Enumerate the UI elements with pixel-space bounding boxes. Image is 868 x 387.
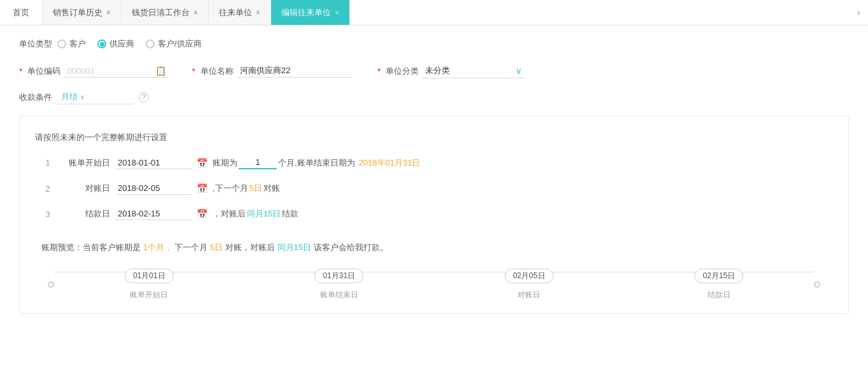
tab-home-label: 首页 [13, 7, 29, 18]
tab-sales-history-close[interactable]: × [106, 8, 111, 17]
timeline-label-4: 结款日 [708, 290, 731, 300]
timeline-badge-4: 02月15日 [694, 269, 743, 283]
tab-home[interactable]: 首页 [0, 0, 43, 25]
radio-both-label: 客户/供应商 [158, 38, 202, 50]
unit-classify-dropdown[interactable]: 未分类 ∨ [423, 64, 524, 78]
radio-customer-circle [57, 39, 66, 48]
row-1-desc-prefix: 账期为 [213, 157, 237, 169]
tab-counterpart-close[interactable]: × [256, 8, 260, 17]
row-1-highlight: 2018年01月31日 [359, 157, 421, 169]
row-2-label: 对账日 [59, 183, 110, 194]
timeline-node-4-inner: 02月15日 结款日 [694, 269, 743, 300]
timeline-node-1-inner: 01月01日 账单开始日 [125, 269, 174, 300]
preview-part3-suffix: 该客户会给我打款。 [314, 243, 388, 252]
tab-cash-daily-label: 钱货日清工作台 [132, 7, 190, 18]
timeline-label-1: 账单开始日 [130, 290, 168, 300]
timeline: 01月01日 账单开始日 01月31日 账单结束日 02月0 [41, 269, 827, 300]
row-1-calendar-icon[interactable]: 📅 [197, 158, 207, 168]
timeline-label-3: 对账日 [517, 290, 540, 300]
collection-value: 月结 [61, 91, 78, 102]
row-1-label: 账单开始日 [59, 157, 110, 169]
row-3-highlight: 同月15日 [247, 208, 281, 220]
timeline-dot-left [48, 281, 54, 288]
preview-section: 账期预览：当前客户账期是 1个月， 下一个月 5日 对账，对账后 同月15日 该… [35, 233, 833, 300]
collection-dropdown[interactable]: 月结 ∨ [57, 90, 134, 104]
collection-label: 收款条件 [19, 92, 52, 103]
timeline-badge-3: 02月05日 [505, 269, 554, 283]
row-1-num: 1 [41, 158, 54, 167]
main-content: 单位类型 客户 供应商 客户/供应商 * 单位编码 📋 [0, 25, 868, 387]
row-2-date[interactable] [115, 182, 192, 195]
preview-prefix: 账期预览：当前客户账期是 [41, 243, 141, 252]
tab-counterpart[interactable]: 往来单位 × [209, 0, 271, 25]
timeline-badge-2: 01月31日 [314, 269, 363, 283]
tab-scroll-arrow[interactable]: › [850, 0, 868, 25]
unit-code-calendar-icon[interactable]: 📋 [155, 66, 166, 76]
timeline-node-2-inner: 01月31日 账单结束日 [314, 269, 363, 300]
radio-both[interactable]: 客户/供应商 [146, 38, 202, 50]
radio-customer[interactable]: 客户 [57, 38, 86, 50]
radio-supplier[interactable]: 供应商 [97, 38, 134, 50]
timeline-node-2: 01月31日 账单结束日 [244, 269, 435, 300]
tab-cash-daily-close[interactable]: × [193, 8, 198, 17]
radio-customer-label: 客户 [69, 38, 86, 50]
unit-name-input[interactable] [237, 65, 352, 78]
unit-info-row: * 单位编码 📋 * 单位名称 * 单位分类 未分类 ∨ [19, 64, 849, 78]
radio-both-circle [146, 39, 155, 48]
preview-part1: 1个月， [143, 243, 172, 252]
unit-name-star: * [192, 66, 195, 76]
tab-counterpart-label: 往来单位 [219, 7, 252, 18]
row-1-month-input[interactable] [239, 156, 277, 169]
row-1-date[interactable] [115, 157, 192, 169]
tab-edit-counterpart-label: 编辑往来单位 [281, 7, 331, 18]
preview-part2-suffix: 对账，对账后 [225, 243, 275, 252]
preview-part2-highlight: 5日 [210, 243, 223, 252]
unit-classify-group: * 单位分类 未分类 ∨ [377, 64, 524, 78]
unit-name-group: * 单位名称 [192, 65, 351, 78]
row-3-calendar-icon[interactable]: 📅 [197, 209, 207, 219]
tab-edit-counterpart-close[interactable]: × [335, 8, 339, 17]
row-1-desc-suffix: 个月,账单结束日期为 [278, 157, 355, 169]
tab-bar: 首页 销售订单历史 × 钱货日清工作台 × 往来单位 × 编辑往来单位 × › [0, 0, 868, 25]
row-2-calendar-icon[interactable]: 📅 [197, 183, 207, 194]
row-2-desc: ,下一个月 5日 对账 [213, 183, 280, 194]
row-3-num: 3 [41, 209, 54, 219]
unit-name-label: 单位名称 [200, 66, 234, 77]
timeline-label-2: 账单结束日 [320, 290, 358, 300]
timeline-node-3-inner: 02月05日 对账日 [505, 269, 554, 300]
section-title: 请按照未来的一个完整帐期进行设置 [35, 132, 833, 143]
section-box: 请按照未来的一个完整帐期进行设置 1 账单开始日 📅 账期为 个月,账单结束日期… [19, 116, 849, 314]
row-3-desc-suffix: 结款 [282, 208, 298, 220]
tab-cash-daily[interactable]: 钱货日清工作台 × [122, 0, 209, 25]
row-2-desc-suffix: 对账 [263, 183, 280, 194]
timeline-node-3: 02月05日 对账日 [434, 269, 624, 300]
row-2-num: 2 [41, 184, 54, 194]
unit-code-star: * [19, 66, 22, 76]
tab-edit-counterpart[interactable]: 编辑往来单位 × [271, 0, 350, 25]
collection-dropdown-arrow: ∨ [80, 94, 85, 101]
tab-sales-history[interactable]: 销售订单历史 × [43, 0, 122, 25]
row-3-label: 结款日 [59, 208, 110, 220]
radio-supplier-circle [97, 39, 106, 48]
row-3-date[interactable] [115, 208, 192, 220]
unit-type-radio-group: 客户 供应商 客户/供应商 [57, 38, 202, 50]
classify-dropdown-arrow: ∨ [515, 66, 522, 76]
data-row-2: 2 对账日 📅 ,下一个月 5日 对账 [35, 182, 833, 195]
unit-code-input[interactable] [64, 65, 153, 77]
row-2-highlight: 5日 [249, 183, 262, 194]
unit-classify-star: * [377, 66, 381, 76]
radio-supplier-label: 供应商 [109, 38, 134, 50]
unit-code-label: 单位编码 [27, 66, 60, 77]
help-icon[interactable]: ? [139, 92, 149, 102]
preview-part2-prefix: 下一个月 [174, 243, 207, 252]
data-row-1: 1 账单开始日 📅 账期为 个月,账单结束日期为 2018年01月31日 [35, 156, 833, 169]
unit-code-group: * 单位编码 📋 [19, 65, 166, 78]
data-row-3: 3 结款日 📅 ，对账后 同月15日 结款 [35, 208, 833, 220]
unit-classify-value: 未分类 [425, 65, 513, 76]
unit-type-row: 单位类型 客户 供应商 客户/供应商 [19, 38, 849, 50]
preview-part3-highlight: 同月15日 [277, 243, 311, 252]
unit-type-label: 单位类型 [19, 38, 52, 50]
row-3-desc: ，对账后 同月15日 结款 [213, 208, 298, 220]
collection-row: 收款条件 月结 ∨ ? [19, 90, 849, 104]
unit-classify-label: 单位分类 [386, 66, 419, 77]
